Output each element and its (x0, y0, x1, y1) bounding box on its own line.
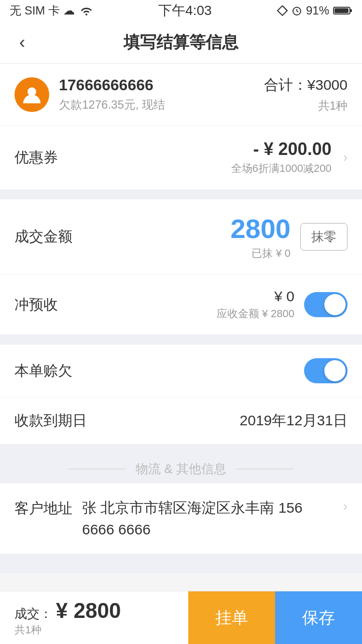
save-button[interactable]: 保存 (275, 591, 362, 644)
address-row[interactable]: 客户地址 张 北京市市辖区海淀区永丰南 156 6666 6666 › (0, 483, 362, 554)
receivable-toggle-knob (324, 360, 346, 381)
round-btn[interactable]: 抹零 (300, 223, 348, 251)
customer-total: 合计：¥3000 (264, 75, 348, 95)
prereceive-right: ¥ 0 应收金额 ¥ 2800 (217, 288, 348, 321)
section-divider-2 (0, 335, 362, 344)
customer-right: 合计：¥3000 共1种 (264, 75, 348, 113)
logistics-divider: 物流 & 其他信息 (0, 454, 362, 483)
bottom-summary-value: ¥ 2800 (56, 599, 121, 622)
toggle-knob (324, 294, 346, 315)
bottom-summary-label: 成交： (14, 606, 52, 621)
coupon-value-wrap: - ¥ 200.00 全场6折满1000减200 (231, 139, 332, 176)
battery-icon (333, 6, 352, 15)
logistics-label: 物流 & 其他信息 (68, 461, 294, 477)
amount-value: 2800 (230, 213, 291, 244)
coupon-desc: 全场6折满1000减200 (231, 161, 332, 176)
bottom-buttons: 挂单 保存 (188, 591, 362, 644)
prereceive-section: 冲预收 ¥ 0 应收金额 ¥ 2800 (0, 274, 362, 335)
status-left: 无 SIM 卡 ☁ (10, 3, 93, 18)
amount-sub: 已抹 ¥ 0 (230, 246, 291, 261)
address-chevron-icon: › (343, 499, 348, 514)
back-button[interactable]: ‹ (14, 28, 30, 57)
battery-level: 91% (306, 4, 329, 17)
address-value: 张 北京市市辖区海淀区永丰南 156 6666 6666 (82, 497, 335, 540)
coupon-label: 优惠券 (14, 148, 58, 168)
prereceive-values: ¥ 0 应收金额 ¥ 2800 (217, 288, 294, 321)
amount-label: 成交金额 (14, 227, 72, 247)
customer-left: 17666666666 欠款1276.35元, 现结 (14, 76, 165, 112)
bottom-padding (0, 554, 362, 573)
section-divider-1 (0, 190, 362, 199)
avatar (14, 77, 49, 112)
coupon-right: - ¥ 200.00 全场6折满1000减200 › (231, 139, 348, 176)
section-divider-3 (0, 445, 362, 454)
bottom-count: 共1种 (14, 623, 174, 637)
prereceive-label: 冲预收 (14, 295, 58, 315)
nav-bar: ‹ 填写结算等信息 (0, 21, 362, 64)
due-date-value: 2019年12月31日 (240, 411, 348, 431)
address-label: 客户地址 (14, 499, 72, 518)
customer-debt: 欠款1276.35元, 现结 (59, 97, 165, 112)
amount-right: 2800 已抹 ¥ 0 抹零 (230, 213, 348, 261)
location-icon (277, 5, 288, 16)
customer-card: 17666666666 欠款1276.35元, 现结 合计：¥3000 共1种 (0, 64, 362, 126)
prereceive-toggle[interactable] (304, 292, 348, 317)
status-time: 下午4:03 (158, 1, 212, 20)
status-bar: 无 SIM 卡 ☁ 下午4:03 91% (0, 0, 362, 21)
sim-status: 无 SIM 卡 ☁ (10, 3, 75, 18)
status-right: 91% (277, 4, 352, 17)
customer-count: 共1种 (264, 98, 348, 113)
receivable-label: 本单赊欠 (14, 361, 72, 381)
prereceive-amount: ¥ 0 (217, 288, 294, 305)
amount-right-wrap: 2800 已抹 ¥ 0 (230, 213, 291, 261)
customer-phone: 17666666666 (59, 76, 165, 94)
svg-line-2 (297, 11, 298, 12)
coupon-chevron-icon: › (343, 150, 348, 165)
due-date-row: 收款到期日 2019年12月31日 (0, 397, 362, 445)
customer-info: 17666666666 欠款1276.35元, 现结 (59, 76, 165, 112)
coupon-discount: - ¥ 200.00 (231, 139, 332, 159)
prereceive-sub: 应收金额 ¥ 2800 (217, 307, 294, 321)
svg-rect-4 (350, 9, 352, 12)
receivable-section: 本单赊欠 (0, 344, 362, 397)
wifi-icon (80, 6, 93, 15)
receivable-toggle[interactable] (304, 358, 348, 383)
bottom-total-row: 成交： ¥ 2800 (14, 599, 174, 623)
coupon-row[interactable]: 优惠券 - ¥ 200.00 全场6折满1000减200 › (0, 126, 362, 190)
content-area: 17666666666 欠款1276.35元, 现结 合计：¥3000 共1种 … (0, 64, 362, 631)
bottom-summary: 成交： ¥ 2800 共1种 (0, 599, 188, 637)
amount-section: 成交金额 2800 已抹 ¥ 0 抹零 (0, 199, 362, 274)
alarm-icon (292, 5, 302, 16)
page-title: 填写结算等信息 (124, 31, 238, 54)
due-date-label: 收款到期日 (14, 411, 87, 431)
bottom-bar: 成交： ¥ 2800 共1种 挂单 保存 (0, 591, 362, 644)
svg-rect-5 (334, 8, 348, 13)
user-icon (21, 84, 42, 105)
hold-button[interactable]: 挂单 (188, 591, 275, 644)
amount-row: 成交金额 2800 已抹 ¥ 0 抹零 (14, 213, 348, 261)
